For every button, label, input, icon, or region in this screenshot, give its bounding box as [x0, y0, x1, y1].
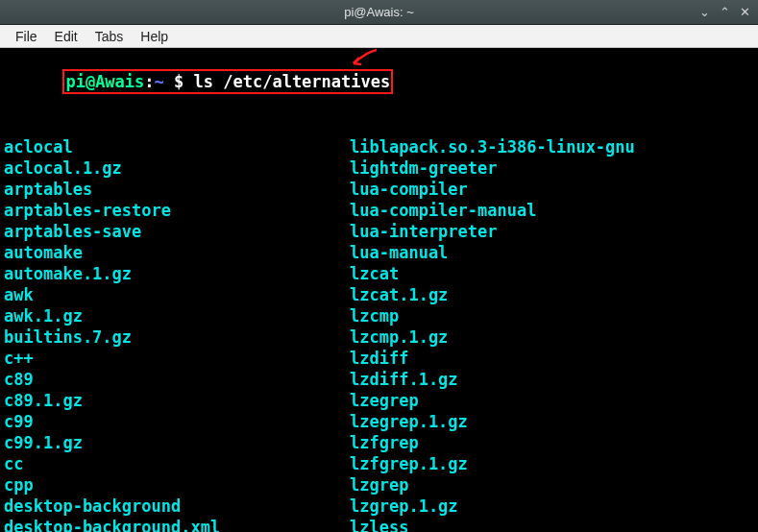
menu-help[interactable]: Help — [133, 27, 176, 46]
maximize-button[interactable]: ⌃ — [720, 5, 730, 19]
list-item: c99 — [4, 411, 350, 432]
list-item: lzcat.1.gz — [350, 284, 635, 305]
prompt-dollar: $ — [164, 72, 194, 91]
list-item: desktop-background.xml — [4, 517, 350, 532]
titlebar[interactable]: pi@Awais: ~ ⌄ ⌃ ✕ — [0, 0, 758, 25]
list-item: c89.1.gz — [4, 390, 350, 411]
list-item: lzgrep — [350, 474, 635, 496]
list-item: liblapack.so.3-i386-linux-gnu — [350, 136, 635, 157]
list-item: cc — [4, 453, 350, 474]
list-item: desktop-background — [4, 496, 350, 517]
list-item: c89 — [4, 369, 350, 390]
list-item: lzgrep.1.gz — [350, 496, 635, 517]
list-item: lzdiff.1.gz — [350, 369, 635, 390]
annotation-highlight-box: pi@Awais:~ $ ls /etc/alternatives — [62, 69, 393, 94]
window-title: pi@Awais: ~ — [344, 5, 414, 19]
menu-tabs[interactable]: Tabs — [87, 27, 132, 46]
list-item: lightdm-greeter — [350, 157, 635, 179]
ls-column-2: liblapack.so.3-i386-linux-gnu lightdm-gr… — [350, 136, 635, 532]
list-item: arptables — [4, 179, 350, 200]
close-button[interactable]: ✕ — [740, 5, 750, 19]
list-item: lua-interpreter — [350, 221, 635, 242]
list-item: c++ — [4, 348, 350, 369]
list-item: lzdiff — [350, 348, 635, 369]
prompt-cwd: ~ — [155, 72, 164, 91]
prompt-colon: : — [144, 72, 154, 91]
list-item: lzless — [350, 517, 635, 532]
prompt-user-host: pi@Awais — [65, 72, 144, 91]
menu-edit[interactable]: Edit — [47, 27, 86, 46]
list-item: lzegrep.1.gz — [350, 411, 635, 432]
list-item: lua-manual — [350, 242, 635, 263]
list-item: automake — [4, 242, 350, 263]
list-item: lzcmp — [350, 305, 635, 326]
list-item: lua-compiler — [350, 179, 635, 200]
list-item: lzegrep — [350, 390, 635, 411]
menu-file[interactable]: File — [8, 27, 45, 46]
list-item: cpp — [4, 474, 350, 496]
terminal-body[interactable]: pi@Awais:~ $ ls /etc/alternatives acloca… — [0, 48, 758, 532]
list-item: arptables-save — [4, 221, 350, 242]
list-item: lua-compiler-manual — [350, 200, 635, 221]
minimize-button[interactable]: ⌄ — [699, 5, 710, 19]
list-item: builtins.7.gz — [4, 326, 350, 348]
window-controls: ⌄ ⌃ ✕ — [699, 5, 750, 19]
terminal-window: pi@Awais: ~ ⌄ ⌃ ✕ File Edit Tabs Help pi… — [0, 0, 758, 532]
list-item: lzcat — [350, 263, 635, 284]
list-item: c99.1.gz — [4, 432, 350, 453]
list-item: aclocal.1.gz — [4, 157, 350, 179]
annotation-arrow-icon — [352, 48, 380, 69]
list-item: lzfgrep — [350, 432, 635, 453]
list-item: aclocal — [4, 136, 350, 157]
ls-output: aclocal aclocal.1.gz arptables arptables… — [4, 136, 754, 532]
ls-column-1: aclocal aclocal.1.gz arptables arptables… — [4, 136, 350, 532]
prompt-line: pi@Awais:~ $ ls /etc/alternatives — [4, 48, 393, 136]
list-item: automake.1.gz — [4, 263, 350, 284]
list-item: awk.1.gz — [4, 305, 350, 326]
command-text: ls /etc/alternatives — [194, 72, 391, 91]
list-item: lzfgrep.1.gz — [350, 453, 635, 474]
list-item: lzcmp.1.gz — [350, 326, 635, 348]
list-item: arptables-restore — [4, 200, 350, 221]
menubar: File Edit Tabs Help — [0, 25, 758, 48]
list-item: awk — [4, 284, 350, 305]
